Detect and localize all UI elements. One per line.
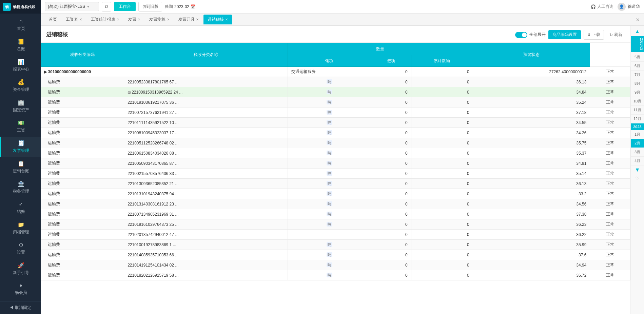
close-tab-icon[interactable]: ✕ [138, 18, 140, 21]
table-row[interactable]: 运输费 221014085935710353 66 ... 吨 0 0 37.6… [41, 250, 630, 260]
table-row[interactable]: 运输费 221020135742940012 47 ... 0 0 36.22 … [41, 230, 630, 240]
table-row[interactable]: ▶ 3010000000000000000 交通运输服务 0 0 27262.4… [41, 67, 630, 77]
tab-payroll-stats[interactable]: 工资统计报表 ✕ [87, 15, 123, 24]
col-cumulative: 累计数额 [411, 55, 473, 67]
sidebar-item-invoice[interactable]: 🧾 发票管理 [0, 137, 41, 157]
sidebar-item-guide[interactable]: 🚀 新手引导 [0, 259, 41, 279]
cal-month-1[interactable]: 1月 [631, 130, 644, 139]
table-row[interactable]: 运输费 221019103619217075 36 ... 吨 0 0 35.2… [41, 97, 630, 107]
sidebar-item-ledger[interactable]: 📒 总账 [0, 35, 41, 55]
close-tab-icon[interactable]: ✕ [117, 18, 119, 21]
copy-company-button[interactable]: ⧉ [102, 2, 111, 12]
refresh-button[interactable]: ↻ 刷新 [607, 30, 625, 39]
cal-month-8[interactable]: 8月 [631, 79, 644, 88]
sidebar-item-payroll[interactable]: 💵 工资 [0, 116, 41, 137]
sidebar-item-capital[interactable]: 💰 资金管理 [0, 76, 41, 96]
name-cell: 运输费 [41, 77, 124, 87]
table-row[interactable]: 运输费 221013140308161912 23 ... 吨 0 0 34.5… [41, 199, 630, 209]
cal-month-7[interactable]: 7月 [631, 71, 644, 79]
purchase-cell: 0 [411, 148, 473, 158]
company-dropdown-icon: ▼ [86, 5, 90, 8]
table-row[interactable]: 运输费 221010019278983869 1 ... 吨 0 0 35.99… [41, 240, 630, 250]
table-row[interactable]: 运输费 221019161029764373 25 ... 吨 0 0 36.2… [41, 219, 630, 230]
sidebar-item-archive[interactable]: 📁 归档管理 [0, 218, 41, 238]
flag-cell: 吨 [288, 107, 371, 118]
cal-month-4[interactable]: 4月 [631, 157, 644, 165]
sidebar-item-settings[interactable]: ⚙ 设置 [0, 238, 41, 259]
sidebar-item-sales-ledger[interactable]: 📋 进销台账 [0, 157, 41, 177]
close-tab-icon[interactable]: ✕ [196, 18, 199, 21]
download-button[interactable]: ⬇ 下载 [584, 30, 604, 40]
close-tab-icon[interactable]: ✕ [225, 18, 228, 21]
table-row[interactable]: 运输费 221002155703576436 33 ... 吨 0 0 35.1… [41, 169, 630, 179]
close-tab-icon[interactable]: ✕ [79, 18, 82, 21]
calendar-up-nav[interactable]: ▲ [633, 27, 642, 36]
sidebar-item-tax[interactable]: 🏦 税务管理 [0, 177, 41, 198]
tab-purchase-sales[interactable]: 进销稽核 ✕ [203, 15, 232, 24]
close-all-tabs-button[interactable]: ✕ [636, 17, 640, 22]
favorite-icon[interactable]: ♡ [634, 174, 641, 182]
logo-icon: 畅 [3, 3, 11, 11]
guide-icon: 🚀 [18, 262, 24, 269]
purchase-cell: 0 [411, 158, 473, 169]
flag-cell: 吨 [288, 199, 371, 209]
table-row[interactable]: 运输费 221011111435921522 10 ... 吨 0 0 34.5… [41, 118, 630, 128]
company-selector[interactable]: (勿动) 江西报宝-LSS ▼ [45, 2, 99, 11]
assets-icon: 🏢 [18, 99, 24, 106]
cal-month-6[interactable]: 6月 [631, 62, 644, 71]
sales-cell: 0 [371, 138, 411, 148]
flag-cell: 吨 [288, 219, 371, 230]
table-row[interactable]: 运输费 221018202126925719 58 ... 吨 0 0 36.7… [41, 270, 630, 280]
expand-all-toggle[interactable]: 全部展开 [515, 32, 546, 38]
table-row[interactable]: 运输费 221005233817801765 67 ... 吨 0 0 36.1… [41, 77, 630, 87]
tab-invoice[interactable]: 发票 ✕ [124, 15, 144, 24]
cal-month-2[interactable]: 2月 [631, 139, 644, 148]
name-cell: 运输费 [41, 179, 124, 189]
sidebar-item-assets[interactable]: 🏢 固定资产 [0, 96, 41, 116]
tab-invoice-calc[interactable]: 发票测算 ✕ [145, 15, 174, 24]
close-tab-icon[interactable]: ✕ [167, 18, 170, 21]
goods-settings-button[interactable]: 商品编码设置 [548, 30, 581, 39]
cal-month-10[interactable]: 10月 [631, 97, 644, 106]
cal-month-12[interactable]: 12月 [631, 115, 644, 123]
service-button[interactable]: 🎧 人工咨询 [591, 4, 613, 9]
tab-payroll-table[interactable]: 工资表 ✕ [62, 15, 86, 24]
tab-payroll-table-label: 工资表 [66, 17, 78, 22]
switch-version-button[interactable]: 切到旧版 [138, 2, 162, 12]
cal-month-9[interactable]: 9月 [631, 88, 644, 97]
sidebar-item-reports[interactable]: 📊 报表中心 [0, 55, 41, 76]
tab-home[interactable]: 首页 [45, 15, 61, 24]
sidebar-item-settlement[interactable]: ✓ 结账 [0, 198, 41, 218]
table-row[interactable]: 运输费 221014191254101434 02 ... 吨 0 0 34.9… [41, 260, 630, 270]
calendar-down-nav[interactable]: ▼ [633, 165, 642, 174]
logo-text: 畅捷通易代账 [13, 4, 35, 9]
table-row[interactable]: 运输费 221005112528266748 02 ... 吨 0 0 35.7… [41, 138, 630, 148]
sidebar-item-member[interactable]: ♦ 畅会员 [0, 279, 41, 299]
purchase-cell: 0 [411, 169, 473, 179]
workbench-button[interactable]: 工作台 [114, 2, 136, 11]
table-row[interactable]: 运输费 221013093652085352 21 ... 吨 0 0 36.1… [41, 179, 630, 189]
purchase-cell: 0 [411, 189, 473, 199]
table-row[interactable]: 运输费 221005090343170865 87 ... 吨 0 0 34.9… [41, 158, 630, 169]
cal-month-3[interactable]: 3月 [631, 148, 644, 157]
sales-cell: 0 [371, 128, 411, 138]
table-row[interactable]: 运输费 221006150834034026 88 ... 吨 0 0 35.3… [41, 148, 630, 158]
data-table-container[interactable]: 税收分类编码 税收分类名称 数量 预警状态 销项 进项 累计数额 ▶ 30100… [41, 43, 630, 314]
user-menu[interactable]: 👤 徐道华 [618, 3, 640, 11]
table-row[interactable]: 运输费 221013101943240375 94 ... 吨 0 0 33.2… [41, 189, 630, 199]
cal-month-5[interactable]: 5月 [631, 53, 644, 62]
flag-cell: 吨 [288, 209, 371, 219]
table-row[interactable]: 运输费 221008100945323037 17 ... 吨 0 0 34.2… [41, 128, 630, 138]
sidebar-unpin[interactable]: ◀ 取消固定 [0, 301, 41, 314]
status-cell: 正常 [590, 260, 630, 270]
sidebar-item-home[interactable]: ⌂ 首页 [0, 15, 41, 35]
tab-invoice-open[interactable]: 发票开具 ✕ [174, 15, 203, 24]
toggle-switch[interactable] [515, 32, 527, 38]
download-icon: ⬇ [587, 33, 591, 37]
table-row[interactable]: 运输费 🖼221009150313965922 24 ... 吨 0 0 34.… [41, 87, 630, 97]
calendar-icon[interactable]: 📅 [191, 4, 196, 9]
table-row[interactable]: 运输费 221007134905231969 31 ... 吨 0 0 37.3… [41, 209, 630, 219]
purchase-cell: 0 [411, 219, 473, 230]
cal-month-11[interactable]: 11月 [631, 106, 644, 115]
table-row[interactable]: 运输费 221007215737621941 27 ... 吨 0 0 37.1… [41, 107, 630, 118]
